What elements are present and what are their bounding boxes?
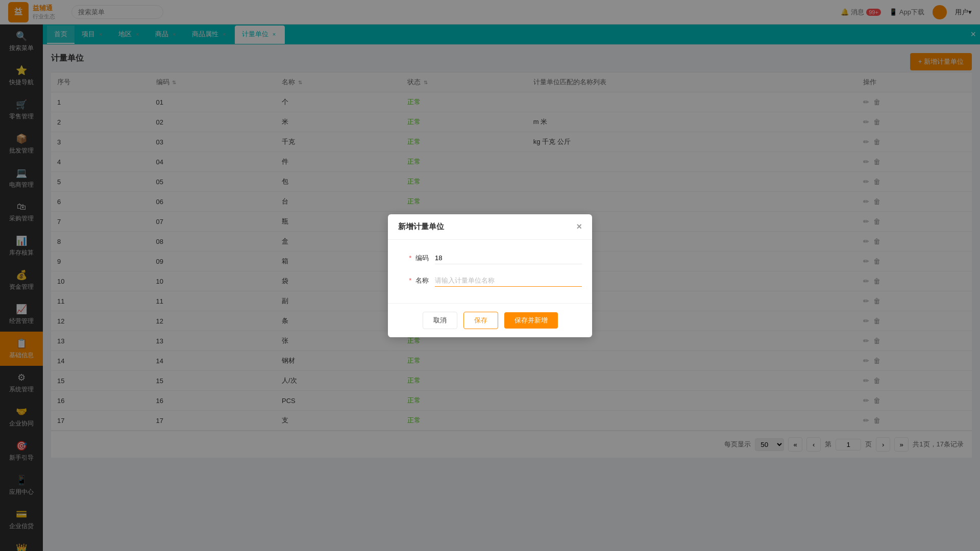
modal-footer: 取消 保存 保存并新增 — [388, 303, 592, 337]
form-row-code: * 编码 — [398, 252, 582, 264]
name-label: * 名称 — [398, 276, 429, 285]
cancel-button[interactable]: 取消 — [423, 312, 457, 329]
required-star-name: * — [409, 277, 411, 284]
code-label: * 编码 — [398, 254, 429, 263]
form-row-name: * 名称 — [398, 274, 582, 287]
required-star: * — [409, 254, 411, 262]
modal-body: * 编码 * 名称 — [388, 240, 592, 303]
modal-close-btn[interactable]: × — [576, 221, 582, 232]
add-unit-modal: 新增计量单位 × * 编码 * 名称 取消 保存 保存并新增 — [388, 214, 592, 337]
save-button[interactable]: 保存 — [463, 312, 498, 329]
save-and-new-button[interactable]: 保存并新增 — [504, 312, 558, 329]
modal-overlay[interactable]: 新增计量单位 × * 编码 * 名称 取消 保存 保存并新增 — [0, 0, 980, 551]
code-input[interactable] — [435, 252, 582, 264]
name-input[interactable] — [435, 274, 582, 287]
modal-header: 新增计量单位 × — [388, 214, 592, 240]
modal-title: 新增计量单位 — [398, 222, 444, 232]
